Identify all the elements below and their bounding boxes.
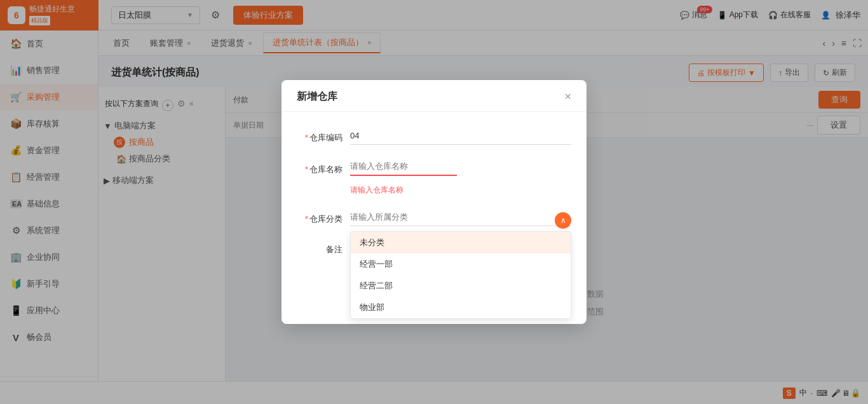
- dropdown-item-dept1[interactable]: 经营一部: [351, 253, 571, 275]
- warehouse-code-label: 仓库编码: [297, 127, 342, 144]
- category-dropdown-toggle[interactable]: ∧: [555, 212, 571, 229]
- modal-header: 新增仓库 ×: [281, 80, 587, 112]
- warehouse-note-label: 备注: [297, 239, 342, 255]
- modal-body: 仓库编码 仓库名称 请输入仓库名称 仓库分类 ∧ 未分类: [281, 112, 587, 285]
- warehouse-name-input[interactable]: [350, 158, 457, 176]
- warehouse-name-row: 仓库名称 请输入仓库名称: [297, 158, 571, 196]
- warehouse-category-label: 仓库分类: [297, 208, 342, 225]
- warehouse-name-error: 请输入仓库名称: [350, 185, 403, 196]
- warehouse-category-input[interactable]: [350, 208, 571, 226]
- modal-overlay: 新增仓库 × 仓库编码 仓库名称 请输入仓库名称 仓库分类: [0, 0, 868, 404]
- warehouse-category-select-wrap: ∧ 未分类 经营一部 经营二部 物业部: [350, 208, 571, 226]
- new-warehouse-modal: 新增仓库 × 仓库编码 仓库名称 请输入仓库名称 仓库分类: [281, 80, 587, 324]
- dropdown-item-dept3[interactable]: 物业部: [351, 297, 571, 318]
- warehouse-name-label: 仓库名称: [297, 159, 342, 175]
- category-dropdown-list: 未分类 经营一部 经营二部 物业部: [350, 231, 571, 319]
- warehouse-code-row: 仓库编码: [297, 127, 571, 145]
- dropdown-item-dept2[interactable]: 经营二部: [351, 275, 571, 297]
- warehouse-code-input[interactable]: [350, 127, 571, 145]
- modal-title: 新增仓库: [297, 90, 337, 104]
- modal-close-button[interactable]: ×: [564, 90, 571, 104]
- warehouse-category-row: 仓库分类 ∧ 未分类 经营一部 经营二部 物业部: [297, 208, 571, 226]
- dropdown-item-uncategorized[interactable]: 未分类: [351, 232, 571, 253]
